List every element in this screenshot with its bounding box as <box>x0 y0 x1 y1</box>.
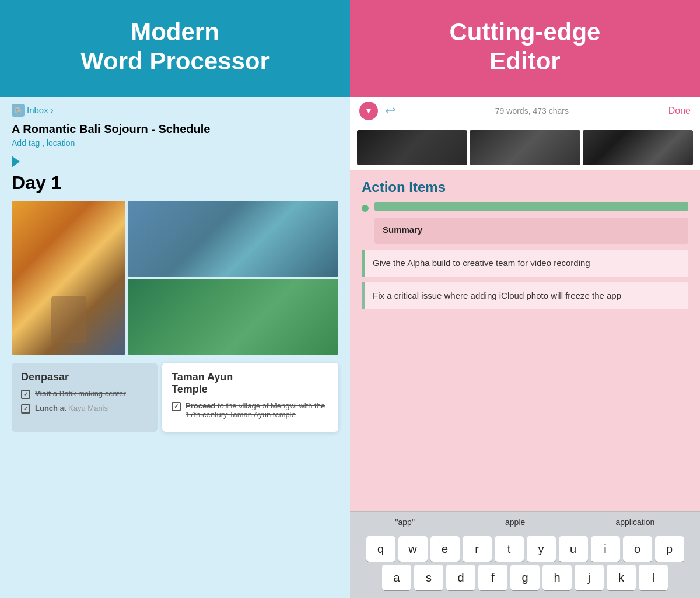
action-item-row-1 <box>362 202 688 212</box>
image-grid <box>12 201 338 355</box>
strip-image-1 <box>357 130 467 165</box>
strip-image-3 <box>583 130 693 165</box>
key-e[interactable]: e <box>430 536 460 562</box>
denpasar-card: Denpasar ✓ Visit a Batik making center ✓… <box>12 363 158 432</box>
taman-card: Taman AyunTemple ✓ Proceed to the villag… <box>162 363 338 432</box>
location-cards: Denpasar ✓ Visit a Batik making center ✓… <box>12 363 338 432</box>
right-panel: Cutting-edge Editor ▾ ↩ 79 words, 473 ch… <box>350 0 700 598</box>
key-a[interactable]: a <box>382 565 411 590</box>
tag-link[interactable]: tag <box>29 138 40 148</box>
keyboard-suggestions: "app" apple application <box>350 511 700 533</box>
key-s[interactable]: s <box>414 565 443 590</box>
list-item: ✓ Lunch at Kayu Manis <box>21 404 148 414</box>
location-link[interactable]: location <box>47 138 75 148</box>
key-l[interactable]: l <box>639 565 668 590</box>
note-meta: Add tag , location <box>12 138 338 148</box>
key-r[interactable]: r <box>463 536 492 562</box>
key-q[interactable]: q <box>366 536 396 562</box>
summary-card: Summary <box>374 218 688 244</box>
suggestion-2[interactable]: apple <box>505 517 525 527</box>
image-strip <box>350 125 700 170</box>
key-o[interactable]: o <box>623 536 652 562</box>
key-f[interactable]: f <box>478 565 508 590</box>
action-item-2[interactable]: Fix a critical issue where adding iCloud… <box>362 282 688 309</box>
bullet-indicator <box>362 205 369 212</box>
breadcrumb-inbox[interactable]: Inbox <box>27 105 48 115</box>
key-p[interactable]: p <box>655 536 684 562</box>
key-k[interactable]: k <box>607 565 636 590</box>
item-text: Proceed to the village of Mengwi with th… <box>186 401 329 419</box>
right-toolbar: ▾ ↩ 79 words, 473 chars Done <box>350 97 700 125</box>
key-j[interactable]: j <box>575 565 604 590</box>
top-right-image <box>128 201 338 277</box>
key-g[interactable]: g <box>510 565 540 590</box>
day-title: Day 1 <box>12 172 338 194</box>
done-button[interactable]: Done <box>668 106 691 116</box>
keyboard-row-1: q w e r t y u i o p <box>352 536 698 562</box>
note-title: A Romantic Bali Sojourn - Schedule <box>12 123 338 136</box>
right-header: Cutting-edge Editor <box>350 0 700 97</box>
keyboard-row-2: a s d f g h j k l <box>352 565 698 590</box>
summary-label: Summary <box>383 225 680 235</box>
section-marker <box>12 156 20 167</box>
list-item: ✓ Visit a Batik making center <box>21 389 148 399</box>
bottom-right-image <box>128 279 338 355</box>
key-t[interactable]: t <box>495 536 524 562</box>
left-title: Modern Word Processor <box>12 18 338 76</box>
left-panel: Modern Word Processor 🐘 Inbox › A Romant… <box>0 0 350 598</box>
denpasar-title: Denpasar <box>21 371 148 383</box>
section-heading: Action Items <box>362 179 688 195</box>
checkbox[interactable]: ✓ <box>172 402 181 411</box>
key-i[interactable]: i <box>591 536 620 562</box>
keyboard: q w e r t y u i o p a s d f g h j k l <box>350 533 700 598</box>
chevron-down-icon: ▾ <box>359 102 378 120</box>
checkbox[interactable]: ✓ <box>21 390 30 399</box>
evernote-icon: 🐘 <box>12 104 24 117</box>
breadcrumb-arrow: › <box>51 105 54 115</box>
left-header: Modern Word Processor <box>0 0 350 97</box>
progress-bar <box>374 202 688 211</box>
expand-button[interactable]: ▾ <box>359 102 378 120</box>
suggestion-1[interactable]: "app" <box>396 517 415 527</box>
suggestion-3[interactable]: application <box>615 517 654 527</box>
action-item-1[interactable]: Give the Alpha build to creative team fo… <box>362 250 688 277</box>
key-w[interactable]: w <box>398 536 428 562</box>
key-u[interactable]: u <box>559 536 588 562</box>
right-title: Cutting-edge Editor <box>362 18 688 76</box>
key-y[interactable]: y <box>527 536 556 562</box>
taman-title: Taman AyunTemple <box>172 371 329 396</box>
item-text: Visit a Batik making center <box>35 389 126 398</box>
key-h[interactable]: h <box>542 565 572 590</box>
breadcrumb[interactable]: 🐘 Inbox › <box>12 104 338 117</box>
list-item: ✓ Proceed to the village of Mengwi with … <box>172 401 329 419</box>
word-count: 79 words, 473 chars <box>402 106 662 116</box>
undo-button[interactable]: ↩ <box>385 103 396 118</box>
key-d[interactable]: d <box>446 565 475 590</box>
undo-icon: ↩ <box>385 103 396 118</box>
item-text: Lunch at Kayu Manis <box>35 404 108 412</box>
checkbox[interactable]: ✓ <box>21 404 30 414</box>
left-content: 🐘 Inbox › A Romantic Bali Sojourn - Sche… <box>0 97 350 598</box>
main-image <box>12 201 125 355</box>
strip-image-2 <box>470 130 580 165</box>
right-content: Action Items Summary Give the Alpha buil… <box>350 170 700 511</box>
